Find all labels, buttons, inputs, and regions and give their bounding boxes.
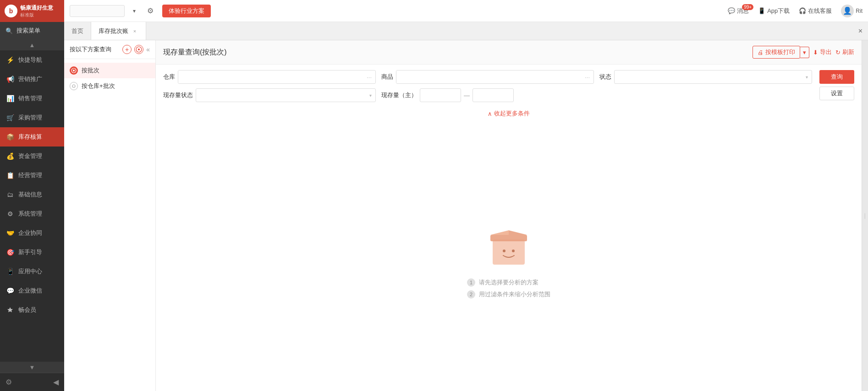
print-btn-group: 🖨 按模板打印 ▾	[753, 46, 809, 59]
sidebar-item-member[interactable]: 畅会员	[0, 300, 64, 320]
sidebar-item-system[interactable]: ⚙ 系统管理	[0, 204, 64, 223]
tab-panel-close-button[interactable]: ×	[853, 22, 868, 40]
scheme-panel: 按以下方案查询 + «	[64, 40, 156, 391]
status-select-arrow: ▾	[806, 75, 808, 80]
online-support-item[interactable]: 🎧 在线客服	[799, 7, 832, 15]
filter-row-1: 仓库 ··· 商品 ···	[163, 70, 812, 84]
sidebar-item-inventory[interactable]: 📦 库存核算	[0, 127, 64, 147]
topbar-search-input[interactable]	[70, 5, 125, 17]
industry-btn[interactable]: 体验行业方案	[162, 5, 211, 17]
sidebar-item-finance[interactable]: 💰 资金管理	[0, 147, 64, 166]
filter-rows-container: 仓库 ··· 商品 ···	[156, 65, 862, 106]
member-icon	[5, 305, 15, 315]
warehouse-input[interactable]	[178, 71, 363, 83]
sidebar-item-operations[interactable]: 📋 经营管理	[0, 166, 64, 185]
scheme-header-actions: + «	[122, 45, 150, 54]
app-download-icon: 📱	[758, 7, 765, 14]
scheme-collapse-button[interactable]: «	[146, 46, 150, 53]
operations-icon: 📋	[5, 171, 15, 180]
sidebar-item-newbie[interactable]: 🎯 新手引导	[0, 243, 64, 262]
scheme-label: 按仓库+批次	[82, 82, 115, 90]
refresh-button[interactable]: ↻ 刷新	[835, 48, 854, 56]
warehouse-more-icon[interactable]: ···	[363, 74, 375, 81]
svg-point-10	[503, 250, 505, 252]
sidebar-item-quick-nav[interactable]: ⚡ 快捷导航	[0, 50, 64, 70]
status-select[interactable]: ▾	[614, 70, 812, 84]
filter-section: 仓库 ··· 商品 ···	[156, 65, 862, 121]
query-button[interactable]: 查询	[819, 70, 854, 84]
sidebar-item-basic[interactable]: 🗂 基础信息	[0, 185, 64, 204]
svg-point-2	[138, 49, 140, 50]
user-avatar-item[interactable]: 👤 Rit	[841, 5, 863, 17]
topbar-right: 💬 消息 99+ 📱 App下载 🎧 在线客服 👤 Rit	[728, 5, 863, 17]
empty-tip-2: 2 用过滤条件来缩小分析范围	[467, 290, 550, 299]
sidebar-search-item[interactable]: 🔍 搜索菜单	[0, 22, 64, 39]
scheme-icon-warehouse	[70, 82, 78, 90]
sidebar-footer-collapse-icon[interactable]: ◀	[53, 378, 59, 386]
sidebar-item-marketing[interactable]: 📢 营销推广	[0, 70, 64, 89]
app-download-item[interactable]: 📱 App下载	[758, 7, 790, 15]
sidebar-item-label: 经营管理	[18, 171, 42, 179]
sidebar-scroll-up[interactable]: ▲	[0, 39, 64, 50]
tab-home[interactable]: 首页	[64, 22, 91, 40]
active-tab-label: 库存批次账	[99, 27, 128, 35]
product-input[interactable]	[396, 71, 581, 83]
export-icon: ⬇	[813, 49, 818, 56]
scheme-add-button[interactable]: +	[122, 45, 132, 54]
username-label: Rit	[856, 8, 863, 14]
inventory-status-label: 现存量状态	[163, 91, 193, 99]
inventory-quantity-label: 现存量（主）	[381, 91, 417, 99]
sidebar-item-sales[interactable]: 📊 销售管理	[0, 89, 64, 108]
print-label: 按模板打印	[765, 48, 795, 56]
sales-icon: 📊	[5, 94, 15, 103]
quantity-min-input[interactable]	[420, 88, 461, 102]
export-label: 导出	[820, 48, 832, 56]
sidebar-item-label: 库存核算	[18, 133, 42, 141]
warehouse-label: 仓库	[163, 73, 175, 81]
print-dropdown-button[interactable]: ▾	[800, 47, 809, 58]
enterprise-icon: 🤝	[5, 228, 15, 238]
collapse-more-button[interactable]: ∧ 收起更多条件	[156, 106, 862, 121]
print-button[interactable]: 🖨 按模板打印	[753, 46, 800, 59]
topbar-settings-button[interactable]: ⚙	[144, 5, 157, 17]
scheme-settings-button[interactable]	[134, 45, 143, 54]
tabbar: 首页 库存批次账 × ×	[64, 22, 868, 40]
basic-icon: 🗂	[5, 190, 15, 199]
refresh-label: 刷新	[842, 48, 854, 56]
product-more-icon[interactable]: ···	[581, 74, 593, 81]
sidebar-item-enterprise[interactable]: 🤝 企业协同	[0, 223, 64, 243]
svg-rect-6	[493, 239, 525, 265]
filter-fields: 仓库 ··· 商品 ···	[163, 70, 812, 106]
sidebar-item-label: 快捷导航	[18, 56, 42, 64]
sidebar-footer: ⚙ ◀	[0, 373, 64, 391]
tab-close-icon[interactable]: ×	[131, 27, 138, 35]
sidebar-item-label: 资金管理	[18, 152, 42, 160]
filter-cell-inv-qty: 现存量（主） —	[381, 88, 594, 102]
sidebar-item-purchase[interactable]: 🛒 采购管理	[0, 108, 64, 127]
tab-inventory-batch[interactable]: 库存批次账 ×	[91, 22, 146, 40]
sidebar-item-apps[interactable]: 📱 应用中心	[0, 262, 64, 281]
right-scrollbar[interactable]: │	[862, 40, 868, 391]
empty-illustration	[481, 214, 536, 269]
product-input-wrap: ···	[396, 70, 594, 84]
inventory-status-select[interactable]: ▾	[196, 88, 376, 102]
sidebar-footer-settings-icon[interactable]: ⚙	[5, 378, 12, 386]
company-name: 畅康通好生意	[20, 4, 53, 12]
scheme-item-warehouse-batch[interactable]: 按仓库+批次	[64, 78, 155, 94]
headset-icon: 🎧	[799, 7, 806, 14]
topbar-dropdown-button[interactable]: ▾	[128, 5, 140, 17]
avatar: 👤	[841, 5, 854, 17]
quantity-max-input[interactable]	[472, 88, 514, 102]
query-header: 现存量查询(按批次) 🖨 按模板打印 ▾ ⬇ 导出 ↻	[156, 40, 862, 65]
filter-cell-status: 状态 ▾	[599, 70, 812, 84]
scheme-panel-header: 按以下方案查询 + «	[64, 40, 155, 59]
messages-item[interactable]: 💬 消息 99+	[728, 7, 749, 15]
tip2-num: 2	[467, 290, 475, 299]
scheme-item-batch[interactable]: 按批次	[64, 63, 155, 78]
inventory-icon: 📦	[5, 132, 15, 141]
svg-point-5	[72, 85, 75, 87]
export-button[interactable]: ⬇ 导出	[813, 48, 832, 56]
settings-button[interactable]: 设置	[819, 87, 854, 100]
sidebar-scroll-down[interactable]: ▼	[0, 362, 64, 373]
sidebar-item-wechat[interactable]: 💬 企业微信	[0, 281, 64, 300]
